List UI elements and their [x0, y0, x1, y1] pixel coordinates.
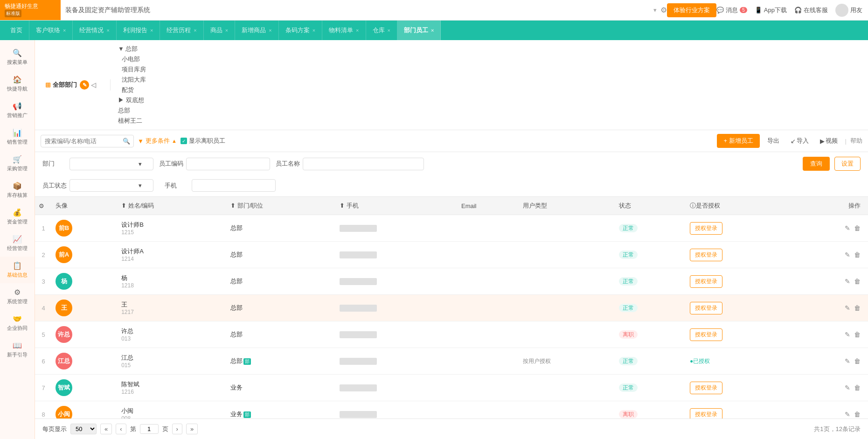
delete-btn[interactable]: 🗑 [854, 278, 861, 285]
col-settings[interactable]: ⚙ [35, 197, 52, 215]
tab-customer-close[interactable]: × [63, 28, 66, 33]
tab-dept-staff-close[interactable]: × [431, 28, 434, 33]
dept-item-zongbu2[interactable]: 总部 [118, 105, 165, 116]
add-staff-btn[interactable]: + 新增员工 [717, 134, 759, 148]
app-download-btn[interactable]: 📱 App下载 [755, 6, 787, 14]
dept-item-zhishu[interactable]: 植树王二 [118, 116, 165, 126]
tab-barcode[interactable]: 条码方案 × [279, 21, 322, 40]
edit-btn[interactable]: ✎ [845, 411, 850, 418]
left-nav-purchase[interactable]: 🛒 采购管理 [0, 150, 35, 177]
auth-login-btn[interactable]: 授权登录 [690, 382, 722, 394]
next-page-btn[interactable]: › [172, 424, 182, 434]
left-nav-shortcut[interactable]: 🏠 快捷导航 [0, 70, 35, 97]
dept-item-shuangdi[interactable]: ▶ 双底想 [118, 95, 165, 105]
tab-operation-close[interactable]: × [106, 28, 109, 33]
tab-history-close[interactable]: × [194, 28, 196, 33]
delete-btn[interactable]: 🗑 [854, 357, 861, 365]
delete-btn[interactable]: 🗑 [854, 224, 861, 232]
emp-status-select[interactable]: ▾ [69, 179, 153, 192]
left-nav-finance[interactable]: 💰 资金管理 [0, 203, 35, 230]
row-auth-cell: 授权登录 [686, 215, 795, 242]
dept-item-zongbu-root[interactable]: ▼ 总部 [118, 44, 165, 54]
tab-home[interactable]: 首页 [4, 21, 29, 40]
dept-item-xiaodianbu[interactable]: 小电部 [118, 54, 165, 64]
delete-btn[interactable]: 🗑 [854, 331, 861, 338]
view-btn[interactable]: ▶ 视频 [816, 134, 841, 147]
tab-barcode-close[interactable]: × [312, 28, 315, 33]
dept-item-peihuo[interactable]: 配货 [118, 85, 165, 95]
dept-collapse-icon[interactable]: ◁ [91, 81, 96, 89]
auth-login-btn[interactable]: 授权登录 [690, 222, 722, 235]
first-page-btn[interactable]: « [100, 424, 112, 434]
left-nav-guide[interactable]: 📖 新手引导 [0, 336, 35, 363]
left-nav-management[interactable]: 📈 经营管理 [0, 230, 35, 257]
emp-name-input[interactable] [303, 158, 424, 170]
left-nav-basic-info[interactable]: 📋 基础信息 [0, 257, 35, 283]
phone-input[interactable] [192, 179, 276, 192]
tab-customer[interactable]: 客户联络 × [29, 21, 73, 40]
online-service-btn[interactable]: 🎧 在线客服 [794, 6, 828, 14]
search-input[interactable] [41, 135, 134, 147]
tab-history[interactable]: 经营历程 × [160, 21, 203, 40]
tab-goods[interactable]: 商品 × [204, 21, 235, 40]
delete-btn[interactable]: 🗑 [854, 304, 861, 312]
set-btn[interactable]: 设置 [834, 157, 861, 171]
tab-add-goods[interactable]: 新增商品 × [235, 21, 278, 40]
left-nav-search[interactable]: 🔍 搜索菜单 [0, 44, 35, 70]
settings-gear-icon[interactable]: ⚙ [660, 6, 667, 14]
tab-dept-staff[interactable]: 部门员工 × [397, 21, 441, 40]
show-resigned-checkbox[interactable]: ✓ [181, 138, 187, 144]
prev-page-btn[interactable]: ‹ [116, 424, 126, 434]
edit-btn[interactable]: ✎ [845, 304, 850, 312]
edit-btn[interactable]: ✎ [845, 251, 850, 258]
tab-operation[interactable]: 经营情况 × [73, 21, 116, 40]
tab-warehouse-close[interactable]: × [388, 28, 390, 33]
dept-filter-select[interactable]: ▾ [69, 158, 153, 170]
page-size-select[interactable]: 50 20 100 [70, 424, 97, 434]
edit-btn[interactable]: ✎ [845, 384, 850, 391]
left-nav-inventory[interactable]: 📦 库存核算 [0, 177, 35, 203]
delete-btn[interactable]: 🗑 [854, 384, 861, 391]
dept-item-project[interactable]: 项目库房 [118, 64, 165, 75]
all-depts-header: ⊞ 全部部门 ✎ ◁ [41, 77, 101, 92]
edit-btn[interactable]: ✎ [845, 224, 850, 232]
auth-login-btn[interactable]: 授权登录 [690, 275, 722, 288]
left-nav-marketing[interactable]: 📢 营销推广 [0, 97, 35, 124]
edit-btn[interactable]: ✎ [845, 278, 850, 285]
tab-bom[interactable]: 物料清单 × [322, 21, 366, 40]
dept-edit-icon[interactable]: ✎ [80, 80, 89, 90]
help-btn[interactable]: 帮助 [850, 137, 862, 145]
left-nav-system[interactable]: ⚙ 系统管理 [0, 283, 35, 310]
emp-status-filter: 员工状态 ▾ [42, 179, 153, 192]
auth-login-btn[interactable]: 授权登录 [690, 328, 722, 341]
message-btn[interactable]: 💬 消息 5 [716, 6, 747, 14]
tab-add-goods-close[interactable]: × [269, 28, 271, 33]
dept-item-shenyang[interactable]: 沈阳大库 [118, 75, 165, 85]
emp-code-input[interactable] [186, 158, 270, 170]
view-icon: ▶ [820, 138, 825, 145]
import-btn[interactable]: ↙ 导入 [787, 134, 812, 147]
sys-dropdown-icon[interactable]: ▾ [653, 7, 657, 14]
page-input[interactable] [140, 424, 159, 434]
tab-profit-close[interactable]: × [150, 28, 153, 33]
delete-btn[interactable]: 🗑 [854, 411, 861, 418]
left-nav-sales[interactable]: 📊 销售管理 [0, 124, 35, 150]
more-filter-btn[interactable]: ▼ 更多条件 ▲ [138, 137, 177, 145]
query-btn[interactable]: 查询 [803, 157, 830, 171]
auth-login-btn[interactable]: 授权登录 [690, 408, 722, 419]
delete-btn[interactable]: 🗑 [854, 251, 861, 258]
edit-btn[interactable]: ✎ [845, 357, 850, 365]
trial-btn[interactable]: 体验行业方案 [667, 3, 716, 17]
edit-btn[interactable]: ✎ [845, 331, 850, 338]
user-menu[interactable]: 用友 [835, 4, 862, 17]
tab-profit[interactable]: 利润报告 × [117, 21, 160, 40]
tab-warehouse[interactable]: 仓库 × [366, 21, 397, 40]
left-nav-collab[interactable]: 🤝 企业协同 [0, 310, 35, 336]
tab-goods-close[interactable]: × [225, 28, 228, 33]
auth-login-btn[interactable]: 授权登录 [690, 249, 722, 261]
show-resigned-toggle[interactable]: ✓ 显示离职员工 [181, 137, 225, 145]
last-page-btn[interactable]: » [186, 424, 198, 434]
tab-bom-close[interactable]: × [356, 28, 359, 33]
auth-login-btn[interactable]: 授权登录 [690, 302, 722, 314]
export-btn[interactable]: 导出 [764, 134, 783, 147]
